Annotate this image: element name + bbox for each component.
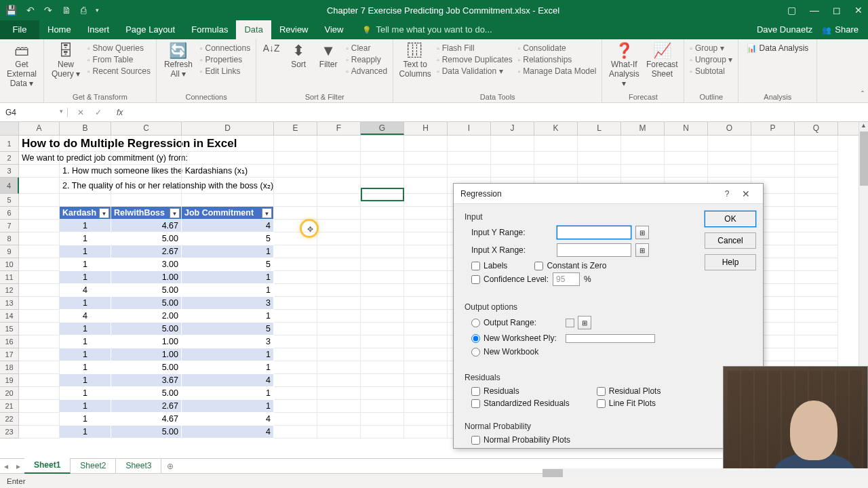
column-header[interactable]: L (578, 122, 621, 135)
row-header[interactable]: 21 (0, 400, 19, 413)
cell[interactable]: 1 (182, 361, 274, 374)
new-worksheet-input[interactable] (566, 334, 655, 343)
cell[interactable] (274, 400, 317, 413)
cell[interactable] (404, 258, 448, 271)
row-header[interactable]: 4 (0, 178, 19, 194)
cell[interactable] (274, 323, 317, 336)
cell[interactable] (404, 165, 448, 178)
undo-icon[interactable]: ↶ (26, 5, 35, 16)
data-validation-button[interactable]: Data Validation ▾ (437, 66, 513, 76)
cell[interactable] (708, 136, 751, 152)
cell[interactable] (404, 136, 448, 152)
cell[interactable] (795, 165, 838, 178)
range-picker-icon[interactable]: ⊞ (635, 243, 649, 257)
column-header[interactable]: B (60, 122, 111, 135)
cell[interactable] (361, 297, 404, 310)
user-name[interactable]: Dave Dunaetz (757, 20, 822, 39)
cell[interactable] (274, 271, 317, 284)
cell[interactable] (361, 245, 404, 258)
cell[interactable] (317, 400, 361, 413)
column-header[interactable]: A (19, 122, 60, 135)
cell[interactable] (795, 207, 838, 220)
cell[interactable] (111, 178, 182, 194)
cell[interactable] (665, 165, 708, 178)
dialog-help-icon[interactable]: ? (718, 189, 736, 199)
row-header[interactable]: 10 (0, 258, 19, 271)
column-header[interactable]: J (491, 122, 534, 135)
cell[interactable]: Job Commitment▼ (182, 207, 274, 220)
cancel-formula-icon[interactable]: ✕ (77, 108, 84, 117)
cell[interactable]: 5 (182, 258, 274, 271)
cell[interactable] (182, 152, 274, 165)
what-if-button[interactable]: ❓What-If Analysis ▾ (608, 42, 640, 89)
cell[interactable]: 1 (60, 348, 111, 361)
sort-button[interactable]: ⬍Sort (286, 42, 311, 70)
tab-formulas[interactable]: Formulas (183, 20, 236, 39)
cell[interactable] (404, 361, 448, 374)
cell[interactable]: 5.00 (111, 426, 182, 439)
text-to-columns-button[interactable]: ⿲Text to Columns (399, 42, 431, 80)
row-header[interactable]: 16 (0, 336, 19, 348)
qat-dropdown-icon[interactable]: ▾ (96, 7, 99, 14)
filter-button[interactable]: ▼Filter (316, 42, 340, 70)
add-sheet-button[interactable]: ⊕ (161, 462, 179, 471)
group-button[interactable]: Group ▾ (690, 43, 732, 53)
row-header[interactable]: 19 (0, 374, 19, 387)
cell[interactable] (404, 194, 448, 207)
cell[interactable] (795, 297, 838, 310)
cell[interactable]: 1 (60, 387, 111, 400)
output-range-radio[interactable] (471, 319, 480, 327)
cell[interactable]: 5.00 (111, 232, 182, 245)
column-header[interactable]: I (448, 122, 491, 135)
tab-page-layout[interactable]: Page Layout (117, 20, 183, 39)
cell[interactable]: 1. How much someone likes the Kardashian… (60, 165, 111, 178)
recent-sources-button[interactable]: Recent Sources (87, 66, 151, 76)
cell[interactable]: 1.00 (111, 271, 182, 284)
cell[interactable] (19, 413, 60, 426)
cell[interactable] (317, 387, 361, 400)
cell[interactable] (361, 152, 404, 165)
cell[interactable] (317, 310, 361, 323)
row-header[interactable]: 3 (0, 165, 19, 178)
cell[interactable]: 2. The quality of his or her relationshi… (60, 178, 111, 194)
cell[interactable]: 5.00 (111, 284, 182, 297)
cell[interactable] (274, 152, 317, 165)
save-icon[interactable]: 💾 (5, 5, 17, 16)
cell[interactable] (578, 165, 621, 178)
cell[interactable] (361, 323, 404, 336)
cell[interactable]: 4.67 (111, 220, 182, 232)
row-header[interactable]: 23 (0, 426, 19, 439)
std-residuals-checkbox[interactable] (471, 399, 480, 408)
cell[interactable] (19, 361, 60, 374)
row-header[interactable]: 2 (0, 152, 19, 165)
maximize-icon[interactable]: ◻ (833, 5, 841, 16)
row-header[interactable]: 9 (0, 245, 19, 258)
properties-button[interactable]: Properties (200, 55, 250, 64)
range-picker-icon[interactable]: ⊞ (635, 226, 649, 239)
cell[interactable] (361, 232, 404, 245)
cell[interactable]: 1 (60, 413, 111, 426)
cell[interactable]: 1 (182, 348, 274, 361)
cell[interactable] (274, 348, 317, 361)
get-external-data-button[interactable]: 🗃Get External Data ▾ (5, 42, 38, 89)
sheet-tab[interactable]: Sheet2 (71, 459, 116, 473)
cell[interactable]: 1 (60, 323, 111, 336)
cell[interactable] (795, 232, 838, 245)
cell[interactable] (317, 245, 361, 258)
cell[interactable]: 4 (60, 284, 111, 297)
row-header[interactable]: 6 (0, 207, 19, 220)
cell[interactable] (19, 165, 60, 178)
row-header[interactable]: 5 (0, 194, 19, 207)
cell[interactable] (665, 136, 708, 152)
cell[interactable]: 4 (182, 220, 274, 232)
cell[interactable]: 1 (60, 336, 111, 348)
cell[interactable] (361, 310, 404, 323)
cell[interactable] (404, 207, 448, 220)
cell[interactable] (274, 361, 317, 374)
cell[interactable] (317, 194, 361, 207)
cell[interactable] (491, 152, 534, 165)
new-query-button[interactable]: 🗄New Query ▾ (50, 42, 82, 80)
cell[interactable]: 1 (60, 245, 111, 258)
cell[interactable] (795, 152, 838, 165)
cell[interactable] (19, 374, 60, 387)
